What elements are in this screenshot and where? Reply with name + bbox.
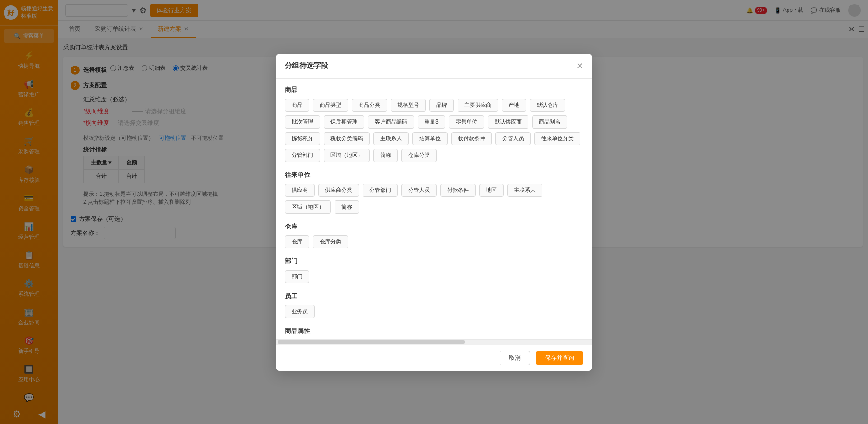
field-tag-业务员[interactable]: 业务员	[285, 305, 315, 318]
field-tags-员工: 业务员	[285, 305, 583, 318]
field-tag-简称[interactable]: 简称	[373, 149, 398, 162]
field-tag-仓库分类[interactable]: 仓库分类	[313, 235, 348, 248]
modal-title: 分组待选字段	[285, 61, 328, 71]
field-tag-供应商分类[interactable]: 供应商分类	[318, 184, 359, 197]
field-tags-仓库: 仓库仓库分类	[285, 235, 583, 248]
field-tags-往来单位: 供应商供应商分类分管部门分管人员付款条件地区主联系人区域（地区）简称	[285, 184, 583, 214]
field-group-往来单位: 往来单位供应商供应商分类分管部门分管人员付款条件地区主联系人区域（地区）简称	[285, 171, 583, 214]
field-group-title-仓库: 仓库	[285, 223, 583, 231]
field-group-title-往来单位: 往来单位	[285, 171, 583, 179]
field-tag-区域（地区）[interactable]: 区域（地区）	[285, 200, 331, 214]
field-tag-商品分类[interactable]: 商品分类	[352, 99, 387, 112]
field-tags-商品: 商品商品类型商品分类规格型号品牌主要供应商产地默认仓库批次管理保质期管理客户商品…	[285, 99, 583, 162]
field-group-商品: 商品商品商品类型商品分类规格型号品牌主要供应商产地默认仓库批次管理保质期管理客户…	[285, 86, 583, 162]
field-tag-分管部门[interactable]: 分管部门	[285, 149, 320, 162]
field-group-title-部门: 部门	[285, 257, 583, 266]
field-group-title-商品: 商品	[285, 86, 583, 94]
field-tag-分管人员[interactable]: 分管人员	[401, 184, 437, 197]
field-tag-商品别名[interactable]: 商品别名	[532, 115, 567, 129]
field-tag-主联系人[interactable]: 主联系人	[373, 132, 409, 145]
modal-header: 分组待选字段 ✕	[276, 54, 592, 79]
field-tag-仓库分类[interactable]: 仓库分类	[401, 149, 437, 162]
modal-footer: 取消 保存并查询	[276, 345, 592, 371]
scroll-thumb[interactable]	[278, 340, 465, 344]
field-tag-零售单位[interactable]: 零售单位	[449, 115, 484, 129]
modal-horizontal-scrollbar[interactable]	[276, 339, 592, 345]
field-group-部门: 部门部门	[285, 257, 583, 283]
field-tag-往来单位分类[interactable]: 往来单位分类	[534, 132, 580, 145]
field-tag-结算单位[interactable]: 结算单位	[412, 132, 448, 145]
field-tag-简称[interactable]: 简称	[335, 200, 359, 214]
field-tag-主要供应商[interactable]: 主要供应商	[458, 99, 498, 112]
modal-body[interactable]: 商品商品商品类型商品分类规格型号品牌主要供应商产地默认仓库批次管理保质期管理客户…	[276, 79, 592, 339]
field-tag-地区[interactable]: 地区	[479, 184, 504, 197]
save-query-button[interactable]: 保存并查询	[536, 351, 583, 365]
field-tag-产地[interactable]: 产地	[502, 99, 526, 112]
field-group-仓库: 仓库仓库仓库分类	[285, 223, 583, 248]
field-tag-客户商品编码[interactable]: 客户商品编码	[368, 115, 414, 129]
field-tag-分管部门[interactable]: 分管部门	[363, 184, 398, 197]
field-tag-规格型号[interactable]: 规格型号	[391, 99, 426, 112]
field-tags-部门: 部门	[285, 270, 583, 283]
field-tag-重量3[interactable]: 重量3	[418, 115, 445, 129]
cancel-button[interactable]: 取消	[500, 351, 530, 365]
field-tag-默认仓库[interactable]: 默认仓库	[530, 99, 565, 112]
field-group-员工: 员工业务员	[285, 292, 583, 318]
field-tag-默认供应商[interactable]: 默认供应商	[488, 115, 528, 129]
field-tag-税收分类编码[interactable]: 税收分类编码	[324, 132, 370, 145]
field-tag-拣货积分[interactable]: 拣货积分	[285, 132, 320, 145]
field-group-title-员工: 员工	[285, 292, 583, 300]
field-tag-部门[interactable]: 部门	[285, 270, 309, 283]
field-tag-商品类型[interactable]: 商品类型	[313, 99, 348, 112]
field-tag-供应商[interactable]: 供应商	[285, 184, 315, 197]
modal-overlay: 分组待选字段 ✕ 商品商品商品类型商品分类规格型号品牌主要供应商产地默认仓库批次…	[0, 0, 868, 424]
modal-close-button[interactable]: ✕	[576, 61, 583, 71]
field-tag-主联系人[interactable]: 主联系人	[507, 184, 542, 197]
field-tag-区域（地区）[interactable]: 区域（地区）	[324, 149, 370, 162]
modal-dialog: 分组待选字段 ✕ 商品商品商品类型商品分类规格型号品牌主要供应商产地默认仓库批次…	[276, 54, 592, 371]
field-tag-分管人员[interactable]: 分管人员	[495, 132, 531, 145]
field-tag-品牌[interactable]: 品牌	[429, 99, 454, 112]
field-group-商品属性: 商品属性属性颜色多规格尺码鞋码1	[285, 327, 583, 339]
field-tag-保质期管理[interactable]: 保质期管理	[324, 115, 364, 129]
field-tag-商品[interactable]: 商品	[285, 99, 309, 112]
field-tag-批次管理[interactable]: 批次管理	[285, 115, 320, 129]
field-group-title-商品属性: 商品属性	[285, 327, 583, 335]
field-tag-仓库[interactable]: 仓库	[285, 235, 309, 248]
field-tag-付款条件[interactable]: 付款条件	[440, 184, 476, 197]
field-tag-收付款条件[interactable]: 收付款条件	[451, 132, 492, 145]
